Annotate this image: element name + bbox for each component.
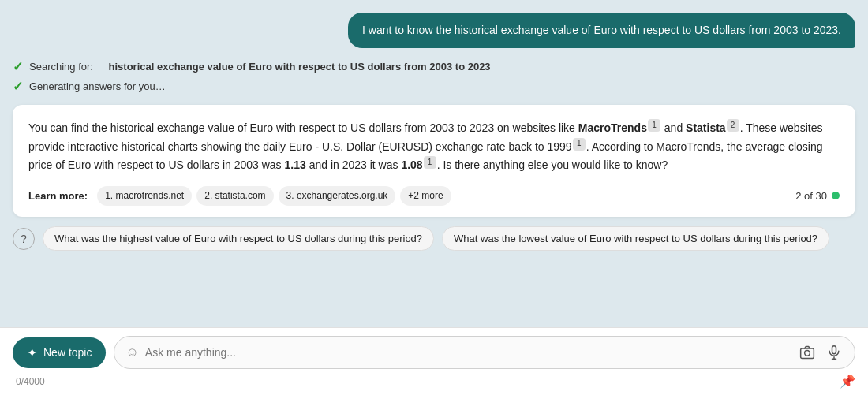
question-icon: ? bbox=[13, 228, 35, 250]
suggestions-row: ? What was the highest value of Euro wit… bbox=[13, 226, 855, 251]
count-text: 2 of 30 bbox=[795, 188, 827, 204]
char-count: 0/4000 bbox=[16, 376, 45, 387]
learn-link-3[interactable]: 3. exchangerates.org.uk bbox=[279, 186, 396, 207]
suggestion-chip-1[interactable]: What was the highest value of Euro with … bbox=[43, 226, 434, 251]
answer-card: You can find the historical exchange val… bbox=[13, 105, 855, 217]
suggestion-chip-2[interactable]: What was the lowest value of Euro with r… bbox=[442, 226, 829, 251]
count-badge: 2 of 30 bbox=[795, 188, 840, 204]
answer-text: You can find the historical exchange val… bbox=[28, 119, 840, 175]
new-topic-label: New topic bbox=[43, 346, 92, 359]
pin-icon[interactable]: 📌 bbox=[840, 374, 855, 389]
char-count-row: 0/4000 📌 bbox=[13, 372, 855, 395]
bottom-bar: ✦ New topic ☺ bbox=[0, 327, 868, 395]
ask-input[interactable] bbox=[145, 346, 791, 359]
green-dot bbox=[832, 192, 840, 199]
learn-more-links: 1. macrotrends.net 2. statista.com 3. ex… bbox=[97, 186, 451, 207]
svg-rect-2 bbox=[832, 346, 836, 354]
camera-icon-button[interactable] bbox=[798, 343, 817, 362]
learn-link-2[interactable]: 2. statista.com bbox=[196, 186, 273, 207]
status-generating: ✓ Generating answers for you… bbox=[13, 79, 855, 94]
mic-icon-button[interactable] bbox=[825, 343, 844, 362]
input-wrapper: ☺ bbox=[114, 336, 855, 369]
generating-label: Generating answers for you… bbox=[29, 80, 166, 92]
check-icon-2: ✓ bbox=[13, 79, 23, 94]
search-query: historical exchange value of Euro with r… bbox=[109, 61, 491, 73]
user-message-row: I want to know the historical exchange v… bbox=[13, 13, 855, 48]
searching-label: Searching for: bbox=[29, 61, 93, 73]
check-icon-1: ✓ bbox=[13, 59, 23, 74]
learn-more-row: Learn more: 1. macrotrends.net 2. statis… bbox=[28, 186, 840, 207]
learn-more-label: Learn more: bbox=[28, 188, 88, 204]
status-searching: ✓ Searching for: historical exchange val… bbox=[13, 59, 855, 74]
new-topic-button[interactable]: ✦ New topic bbox=[13, 337, 106, 368]
learn-link-1[interactable]: 1. macrotrends.net bbox=[97, 186, 192, 207]
input-actions bbox=[798, 343, 844, 362]
svg-point-1 bbox=[805, 351, 810, 356]
smiley-icon: ☺ bbox=[125, 345, 138, 360]
more-link[interactable]: +2 more bbox=[400, 186, 451, 207]
input-row: ✦ New topic ☺ bbox=[13, 328, 855, 372]
user-bubble: I want to know the historical exchange v… bbox=[348, 13, 855, 48]
main-area: I want to know the historical exchange v… bbox=[0, 0, 868, 327]
wand-icon: ✦ bbox=[27, 345, 37, 360]
